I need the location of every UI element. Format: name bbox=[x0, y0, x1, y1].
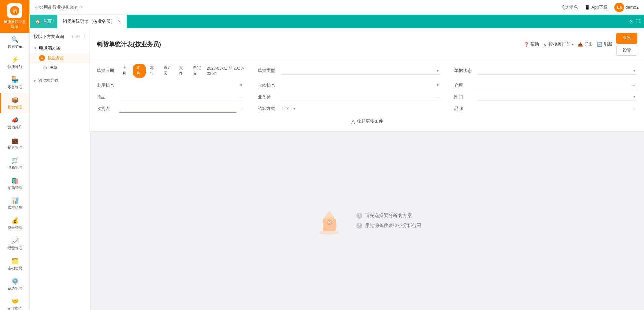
sidebar-item-shortcut[interactable]: ⚡ 快捷导航 bbox=[0, 53, 29, 73]
scheme-item-salesman[interactable]: ● 按业务员 bbox=[30, 53, 90, 63]
filter-date-item: 单据日期 上月 本月 本年 近7天 更多 自定义 2023-03-01 至 20… bbox=[97, 64, 244, 78]
warehouse-dots-icon: ··· bbox=[631, 82, 635, 88]
goods-select[interactable]: ··· bbox=[119, 93, 244, 101]
export-label: 导出 bbox=[584, 41, 593, 47]
outstatus-chevron-icon: ▾ bbox=[240, 83, 242, 87]
tab-close-all-icon[interactable]: ✕ bbox=[629, 19, 633, 24]
salesman-select[interactable]: ··· bbox=[280, 93, 441, 101]
date-btn-thisyear[interactable]: 本年 bbox=[147, 64, 159, 78]
collapse-panel-btn[interactable]: 《 bbox=[81, 34, 86, 40]
date-controls: 上月 本月 本年 近7天 更多 自定义 2023-03-01 至 2023-03… bbox=[119, 64, 244, 78]
help-label: 帮助 bbox=[530, 41, 539, 47]
sidebar-item-basic[interactable]: 🗂️ 基础信息 bbox=[0, 254, 29, 274]
close-tab-icon[interactable]: ✕ bbox=[118, 19, 121, 24]
docstatus-chevron-icon: ▾ bbox=[633, 68, 635, 73]
search-icon: 🔍 bbox=[11, 36, 19, 43]
template-print-btn[interactable]: 🖨 按模板打印 ▾ bbox=[543, 41, 574, 47]
warehouse-select[interactable]: ··· bbox=[477, 81, 637, 89]
sidebar-item-inventory[interactable]: 📊 库存核算 bbox=[0, 194, 29, 214]
filter-settle-item: 结算方式 ✕ ▾ bbox=[258, 104, 441, 113]
dept-select[interactable]: ▾ bbox=[477, 93, 637, 101]
empty-state: 1 请先选择要分析的方案 2 用过滤条件来缩小分析范围 bbox=[90, 132, 644, 310]
filter-docstatus-item: 单据状态 ▾ bbox=[454, 67, 637, 75]
sidebar-label-shortcut: 快捷导航 bbox=[8, 64, 22, 69]
collapse-label: 收起更多条件 bbox=[357, 118, 383, 124]
sidebar-item-system[interactable]: ⚙️ 系统管理 bbox=[0, 274, 29, 294]
filter-receiver-item: 收货人 ··· bbox=[97, 105, 244, 113]
desktop-scheme-title[interactable]: ▼ 电脑端方案 bbox=[30, 43, 90, 53]
sidebar-item-search[interactable]: 🔍 搜索菜单 bbox=[0, 33, 29, 53]
help-btn[interactable]: ❓ 帮助 bbox=[524, 41, 539, 47]
mobile-scheme-title[interactable]: ▶ 移动端方案 bbox=[34, 75, 86, 85]
sidebar-item-purchase[interactable]: 🛍️ 采购管理 bbox=[0, 173, 29, 194]
tab-home[interactable]: 🏠 首页 bbox=[30, 15, 57, 28]
refresh-btn[interactable]: 🔄 刷新 bbox=[597, 41, 612, 47]
sidebar-item-retail[interactable]: 🏪 零售管理 bbox=[0, 73, 29, 93]
outstatus-select[interactable]: ▾ bbox=[119, 81, 244, 89]
query-btn[interactable]: 查询 bbox=[616, 33, 637, 44]
export-btn[interactable]: 📤 导出 bbox=[578, 41, 593, 47]
message-btn[interactable]: 💬 消息 bbox=[562, 4, 578, 10]
date-btn-7days[interactable]: 近7天 bbox=[161, 64, 175, 78]
doctype-select[interactable]: ▾ bbox=[280, 67, 441, 75]
docstatus-select[interactable]: ▾ bbox=[477, 67, 637, 75]
sidebar-label-wholesale: 批发管理 bbox=[8, 105, 22, 110]
date-btn-lastmonth[interactable]: 上月 bbox=[119, 64, 132, 78]
export-icon: 📤 bbox=[578, 42, 583, 47]
mobile-scheme-label: 移动端方案 bbox=[38, 78, 58, 83]
brand-select[interactable]: ··· bbox=[477, 105, 637, 113]
user-btn[interactable]: Ea demo2 bbox=[614, 3, 639, 12]
collapse-btn[interactable]: ⋀ 收起更多条件 bbox=[97, 116, 637, 126]
logo-text: 畅捷通好生意 标版 bbox=[4, 19, 26, 29]
main-area: 办公用品行业模拟账套 ▾ 💬 消息 📱 App下载 Ea demo2 🏠 首页 … bbox=[30, 0, 644, 310]
template-print-label: 按模板打印 bbox=[549, 41, 571, 47]
message-icon: 💬 bbox=[562, 5, 568, 10]
warehouse-label: 仓库 bbox=[454, 82, 474, 88]
desktop-scheme-group: ▼ 电脑端方案 ● 按业务员 ⚙ 按单 bbox=[30, 42, 90, 74]
tip1-text: 请先选择要分析的方案 bbox=[365, 213, 412, 219]
sidebar-item-sales[interactable]: 💼 销售管理 bbox=[0, 133, 29, 153]
sidebar-item-wholesale[interactable]: 📦 批发管理 bbox=[0, 93, 29, 113]
svg-text:畅: 畅 bbox=[12, 8, 17, 13]
date-btn-thismonth[interactable]: 本月 bbox=[133, 64, 146, 78]
settings-btn[interactable]: 设置 bbox=[616, 45, 637, 56]
tabbar: 🏠 首页 销货单统计表（按业务员） ✕ ✕ ⛶ bbox=[30, 15, 644, 28]
finance-icon: 💰 bbox=[11, 217, 19, 224]
goods-label: 商品 bbox=[97, 94, 117, 100]
date-label: 单据日期 bbox=[97, 68, 117, 74]
manage-scheme-btn[interactable]: ◎ bbox=[76, 34, 80, 40]
ecommerce-icon: 🛒 bbox=[11, 157, 19, 164]
active-scheme-indicator: ● bbox=[39, 55, 45, 61]
filter-row-3: 商品 ··· 业务员 ··· bbox=[97, 93, 637, 101]
system-icon: ⚙️ bbox=[11, 277, 19, 285]
tab-fullscreen-icon[interactable]: ⛶ bbox=[636, 19, 640, 24]
order-icon: ⚙ bbox=[43, 65, 47, 71]
sidebar-label-operation: 经营管理 bbox=[8, 246, 22, 251]
add-scheme-btn[interactable]: ＋ bbox=[70, 34, 75, 40]
sidebar-item-corp[interactable]: 🤝 企业协同 bbox=[0, 294, 29, 310]
collectstatus-select[interactable]: ▾ bbox=[280, 81, 441, 89]
date-btn-custom[interactable]: 自定义 bbox=[190, 64, 205, 78]
sidebar-item-operation[interactable]: 📈 经营管理 bbox=[0, 234, 29, 254]
tab-sales-stat[interactable]: 销货单统计表（按业务员） ✕ bbox=[57, 15, 127, 28]
breadcrumb: 办公用品行业模拟账套 ▾ bbox=[35, 4, 83, 10]
sidebar-item-finance[interactable]: 💰 资金管理 bbox=[0, 214, 29, 234]
basic-icon: 🗂️ bbox=[11, 257, 19, 265]
scheme-item-by-order[interactable]: ⚙ 按单 bbox=[30, 63, 90, 73]
home-tab-label: 首页 bbox=[43, 18, 52, 24]
filter-row-1: 单据日期 上月 本月 本年 近7天 更多 自定义 2023-03-01 至 20… bbox=[97, 64, 637, 78]
sidebar-label-retail: 零售管理 bbox=[8, 85, 22, 90]
date-btn-more[interactable]: 更多 bbox=[176, 64, 189, 78]
sidebar-label-finance: 资金管理 bbox=[8, 225, 22, 230]
app-download-label: App下载 bbox=[591, 4, 608, 10]
goods-dots-icon: ··· bbox=[238, 94, 242, 99]
settle-tag-close[interactable]: ✕ bbox=[286, 106, 289, 111]
sidebar-item-marketing[interactable]: 📣 营销推广 bbox=[0, 113, 29, 133]
settle-select[interactable]: ✕ ▾ bbox=[280, 104, 441, 113]
app-download-btn[interactable]: 📱 App下载 bbox=[585, 4, 608, 10]
receiver-input[interactable] bbox=[119, 105, 236, 113]
main-content: 销货单统计表(按业务员) ❓ 帮助 🖨 按模板打印 ▾ 📤 导出 bbox=[90, 28, 644, 310]
sidebar: 畅 畅捷通好生意 标版 🔍 搜索菜单 ⚡ 快捷导航 🏪 零售管理 📦 批发管理 … bbox=[0, 0, 30, 310]
sidebar-item-ecommerce[interactable]: 🛒 电商管理 bbox=[0, 153, 29, 173]
refresh-label: 刷新 bbox=[604, 41, 612, 47]
